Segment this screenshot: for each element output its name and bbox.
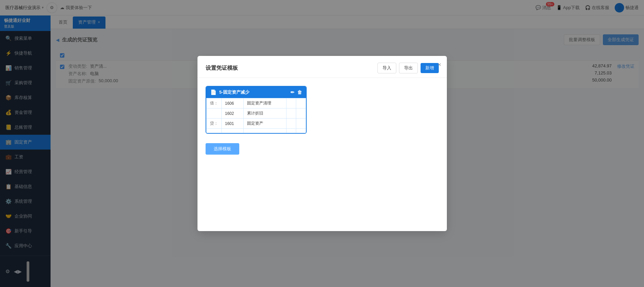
modal-title: 设置凭证模板 [206,65,238,72]
template-row-2: 1602 累计折旧 [206,108,306,119]
account-code-3: 1601 [221,119,243,129]
template-card: 📄 5-固定资产减少 ✏ 🗑 借： 1606 固定资产清理 [206,86,307,134]
modal-close-button[interactable]: × [438,61,441,68]
template-card-title: 5-固定资产减少 [219,89,250,95]
debit-amount-2 [286,108,296,119]
credit-label: 贷： [206,119,221,129]
template-card-actions: ✏ 🗑 [290,90,302,95]
account-name-1: 固定资产清理 [243,98,286,108]
credit-amount-3 [296,119,306,129]
modal-body: 📄 5-固定资产减少 ✏ 🗑 借： 1606 固定资产清理 [197,78,447,231]
template-row-3: 贷： 1601 固定资产 [206,119,306,129]
account-code-1: 1606 [221,98,243,108]
account-code-2: 1602 [221,108,243,119]
delete-template-icon[interactable]: 🗑 [297,90,302,95]
template-card-header: 📄 5-固定资产减少 ✏ 🗑 [206,87,306,98]
debit-label: 借： [206,98,221,108]
import-button[interactable]: 导入 [377,63,396,73]
template-row-empty [206,129,306,133]
debit-amount-3 [286,119,296,129]
template-card-icon: 📄 [210,89,217,95]
modal-overlay: 设置凭证模板 导入 导出 新增 × 📄 5-固定资产减少 ✏ 🗑 [0,0,644,287]
new-template-button[interactable]: 新增 [421,63,439,73]
edit-template-icon[interactable]: ✏ [290,90,295,95]
template-accounts-table: 借： 1606 固定资产清理 1602 累计折旧 [206,98,306,133]
template-row-1: 借： 1606 固定资产清理 [206,98,306,108]
credit-amount-1 [296,98,306,108]
credit-amount-2 [296,108,306,119]
export-button[interactable]: 导出 [399,63,418,73]
empty-label-2 [206,108,221,119]
modal-header-actions: 导入 导出 新增 [377,63,439,73]
voucher-template-modal: 设置凭证模板 导入 导出 新增 × 📄 5-固定资产减少 ✏ 🗑 [197,56,447,231]
account-name-3: 固定资产 [243,119,286,129]
debit-amount-1 [286,98,296,108]
modal-header: 设置凭证模板 导入 导出 新增 × [197,56,447,78]
account-name-2: 累计折旧 [243,108,286,119]
select-template-button[interactable]: 选择模板 [206,143,239,155]
